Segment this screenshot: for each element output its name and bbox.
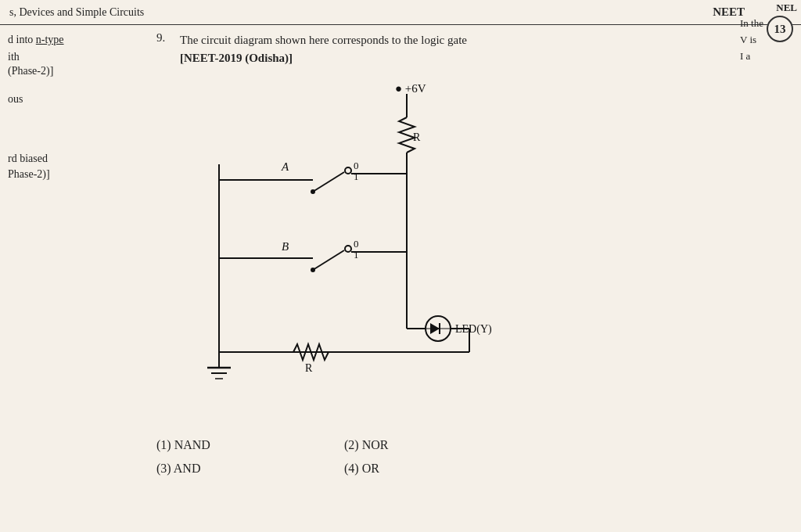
svg-point-16 [345, 246, 351, 252]
svg-text:0: 0 [354, 160, 359, 171]
svg-text:1: 1 [354, 171, 359, 182]
circuit-diagram: ● +6V R A 0 1 [156, 78, 610, 391]
neel-text: NEL [776, 2, 797, 14]
svg-text:0: 0 [354, 238, 359, 250]
header-bar: s, Devices and Simple Circuits NEET [0, 0, 801, 25]
question-number: 9. [156, 31, 174, 45]
svg-point-7 [345, 167, 351, 174]
chapter-title: s, Devices and Simple Circuits [9, 6, 713, 19]
left-text-biased: rd biased [8, 153, 149, 165]
question-circle: 13 [767, 16, 793, 42]
question-text: The circuit diagram shown here correspon… [180, 31, 699, 66]
right-side-text: In the V is I a [740, 16, 763, 64]
svg-line-14 [313, 250, 344, 270]
svg-line-5 [313, 172, 344, 192]
left-column: d into n-type ith (Phase-2)] ous rd bias… [0, 25, 156, 187]
svg-text:A: A [281, 160, 289, 173]
right-corner: NEL 13 In the V is I a [715, 0, 801, 63]
page-container: s, Devices and Simple Circuits NEET d in… [0, 0, 801, 532]
option-1[interactable]: (1) NAND [156, 438, 297, 452]
option-4[interactable]: (4) OR [344, 462, 485, 476]
question-source: [NEET-2019 (Odisha)] [180, 52, 293, 64]
left-text-ith: ith [8, 51, 149, 63]
svg-text:R: R [413, 131, 421, 143]
left-text-phase2: Phase-2)] [8, 168, 149, 181]
svg-text:1: 1 [354, 249, 359, 261]
option-3[interactable]: (3) AND [156, 462, 297, 476]
options-area: (1) NAND (2) NOR (3) AND (4) OR [156, 438, 610, 476]
svg-marker-25 [430, 323, 440, 334]
svg-point-15 [311, 268, 315, 272]
svg-text:R: R [305, 362, 313, 374]
svg-text:B: B [282, 240, 289, 253]
option-2[interactable]: (2) NOR [344, 438, 485, 452]
left-text-bus: ous [8, 93, 149, 106]
circuit-svg: ● +6V R A 0 1 [156, 78, 563, 383]
question-area: 9. The circuit diagram shown here corres… [156, 31, 699, 79]
left-text-ntype: d into n-type [8, 31, 149, 48]
left-text-phase1: (Phase-2)] [8, 65, 149, 77]
voltage-label: ● +6V [395, 82, 426, 95]
svg-point-6 [311, 189, 315, 194]
